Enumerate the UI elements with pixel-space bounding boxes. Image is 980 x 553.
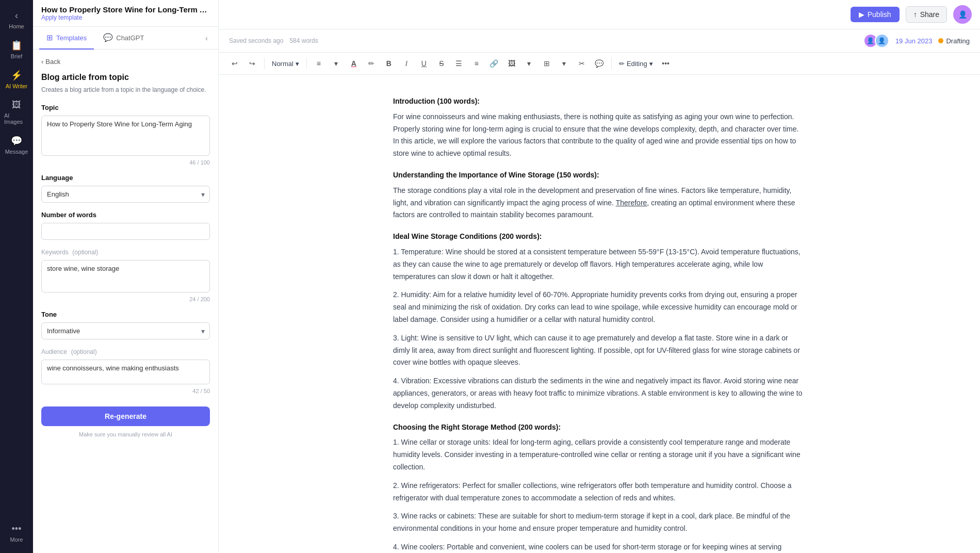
section-3-point-4: 4. Vibration: Excessive vibrations can d…: [393, 375, 806, 412]
align-button[interactable]: ≡: [311, 56, 326, 71]
nav-ai-writer[interactable]: ⚡ AI Writer: [2, 66, 31, 93]
editing-label: Editing: [627, 60, 647, 68]
highlight-button[interactable]: ✏: [364, 56, 379, 71]
nav-message-label: Message: [5, 149, 28, 155]
keywords-input[interactable]: store wine, wine storage: [41, 260, 210, 292]
section-2-heading: Understanding the Importance of Wine Sto…: [393, 169, 806, 182]
saved-status: Saved seconds ago: [229, 37, 283, 44]
collapse-sidebar-btn[interactable]: ‹: [201, 30, 212, 46]
topic-input[interactable]: How to Properly Store Wine for Long-Term…: [41, 116, 210, 156]
toolbar-sep-3: [611, 58, 612, 69]
top-header: How to Properly Store Wine for Long-Term…: [33, 0, 218, 27]
strikethrough-icon: S: [439, 59, 444, 68]
nav-message[interactable]: 💬 Message: [2, 131, 31, 159]
tab-templates-label: Templates: [56, 34, 87, 42]
num-words-label: Number of words: [41, 211, 210, 219]
keywords-char-count: 24 / 200: [41, 296, 210, 302]
image-button[interactable]: 🖼: [504, 56, 519, 71]
section-3-point-3: 3. Light: Wine is sensitive to UV light,…: [393, 332, 806, 369]
edit-pencil-icon: ✏: [619, 60, 625, 68]
doc-date: 19 Jun 2023: [895, 37, 933, 45]
template-desc: Creates a blog article from a topic in t…: [41, 85, 210, 94]
style-dropdown-arrow-icon: ▾: [296, 60, 299, 68]
audience-optional: (optional): [71, 348, 97, 355]
topic-field: Topic How to Properly Store Wine for Lon…: [41, 104, 210, 166]
topic-char-count: 46 / 100: [41, 159, 210, 166]
brief-icon: 📋: [11, 40, 22, 51]
text-color-button[interactable]: A: [346, 56, 362, 71]
underline-button[interactable]: U: [416, 56, 432, 71]
section-4-point-2: 2. Wine refrigerators: Perfect for small…: [393, 480, 806, 505]
italic-button[interactable]: I: [399, 56, 414, 71]
doc-title: How to Properly Store Wine for Long-Term…: [41, 5, 210, 14]
regenerate-button[interactable]: Re-generate: [41, 406, 210, 426]
publish-button[interactable]: ▶ Publish: [851, 7, 900, 22]
underline-icon: U: [421, 59, 427, 68]
style-dropdown[interactable]: Normal ▾: [269, 58, 302, 70]
audience-char-count: 42 / 50: [41, 388, 210, 394]
nav-ai-writer-label: AI Writer: [6, 83, 28, 89]
bullet-list-button[interactable]: ☰: [451, 56, 467, 71]
format-clear-button[interactable]: ✂: [574, 56, 590, 71]
toolbar: ↩ ↪ Normal ▾ ≡ ▾ A ✏ B I U S ☰ ≡ 🔗 🖼 ▾ ⊞…: [219, 53, 980, 75]
back-label: Back: [45, 58, 60, 66]
nav-home[interactable]: ‹ Home: [2, 6, 31, 34]
topic-label: Topic: [41, 104, 210, 111]
section-3-heading: Ideal Wine Storage Conditions (200 words…: [393, 231, 806, 243]
chevron-left-icon: ‹: [15, 10, 18, 21]
language-select[interactable]: English Spanish French German Italian: [41, 186, 210, 203]
link-button[interactable]: 🔗: [486, 56, 502, 71]
back-arrow-icon: ‹: [41, 58, 43, 66]
section-3-point-1: 1. Temperature: Wine should be stored at…: [393, 246, 806, 283]
image-options-button[interactable]: ▾: [521, 56, 537, 71]
section-4-point-1: 1. Wine cellar or storage units: Ideal f…: [393, 436, 806, 473]
template-title: Blog article from topic: [41, 73, 210, 82]
bold-icon: B: [386, 59, 391, 68]
editor-content: Introduction (100 words): For wine conno…: [393, 95, 806, 553]
tab-chatgpt[interactable]: 💬 ChatGPT: [96, 27, 151, 50]
editing-dropdown[interactable]: ✏ Editing ▾: [616, 58, 656, 70]
keywords-optional: (optional): [72, 249, 98, 256]
templates-tab-icon: ⊞: [46, 33, 53, 42]
share-button[interactable]: ↑ Share: [906, 6, 947, 23]
word-count: 584 words: [289, 37, 318, 44]
nav-more[interactable]: ••• More: [2, 519, 31, 547]
num-words-input[interactable]: 1000: [41, 223, 210, 240]
table-button[interactable]: ⊞: [539, 56, 554, 71]
comment-button[interactable]: 💬: [592, 56, 607, 71]
align-options-button[interactable]: ▾: [329, 56, 344, 71]
tab-templates[interactable]: ⊞ Templates: [39, 27, 94, 50]
table-options-button[interactable]: ▾: [557, 56, 572, 71]
editing-arrow-icon: ▾: [649, 60, 653, 68]
bold-button[interactable]: B: [381, 56, 397, 71]
nav-ai-images[interactable]: 🖼 AI Images: [2, 95, 31, 129]
publish-label: Publish: [868, 10, 891, 19]
drafting-badge: Drafting: [938, 37, 970, 45]
undo-button[interactable]: ↩: [227, 56, 242, 71]
redo-button[interactable]: ↪: [244, 56, 260, 71]
publish-icon: ▶: [859, 10, 864, 19]
tone-label: Tone: [41, 311, 210, 318]
nav-brief[interactable]: 📋 Brief: [2, 36, 31, 63]
toolbar-sep-1: [264, 58, 265, 69]
language-field: Language English Spanish French German I…: [41, 174, 210, 203]
toolbar-sep-2: [306, 58, 307, 69]
user-avatar[interactable]: 👤: [953, 5, 972, 24]
nav-ai-images-label: AI Images: [4, 112, 29, 125]
message-icon: 💬: [11, 135, 22, 147]
nav-home-label: Home: [9, 23, 24, 29]
audience-input[interactable]: wine connoisseurs, wine making enthusias…: [41, 360, 210, 384]
section-3-point-2: 2. Humidity: Aim for a relative humidity…: [393, 289, 806, 326]
main-top-header: ▶ Publish ↑ Share 👤: [219, 0, 980, 29]
audience-label: Audience (optional): [41, 348, 210, 355]
editor-area[interactable]: Introduction (100 words): For wine conno…: [219, 75, 980, 553]
tone-select[interactable]: Informative Professional Casual Funny: [41, 322, 210, 339]
strikethrough-button[interactable]: S: [434, 56, 449, 71]
numbered-list-button[interactable]: ≡: [469, 56, 484, 71]
back-button[interactable]: ‹ Back: [41, 58, 210, 66]
apply-template-link[interactable]: Apply template: [41, 14, 210, 21]
sidebar: How to Properly Store Wine for Long-Term…: [33, 0, 219, 553]
share-label: Share: [920, 10, 939, 19]
more-options-button[interactable]: •••: [658, 56, 674, 71]
ai-writer-icon: ⚡: [11, 70, 22, 81]
